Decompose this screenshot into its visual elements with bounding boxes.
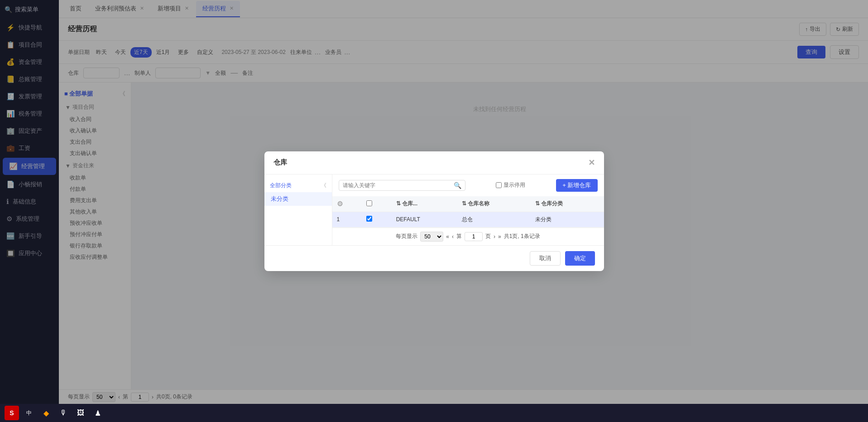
row-id: 1 [332,212,362,227]
confirm-button[interactable]: 确定 [565,251,595,266]
dialog-table-row[interactable]: 1 DEFAULT 总仓 未分类 [332,212,604,227]
dialog-left-item-未分类[interactable]: 未分类 [264,192,332,206]
dialog-overlay[interactable]: 仓库 ✕ 全部分类 《 未分类 🔍 [0,0,868,422]
row-checkbox[interactable] [366,216,372,222]
warehouse-dialog: 仓库 ✕ 全部分类 《 未分类 🔍 [264,151,604,271]
dialog-right: 🔍 显示停用 + 新增仓库 ⚙ [332,175,604,245]
dialog-page-label: 算 [456,233,462,240]
cancel-button[interactable]: 取消 [530,251,561,266]
col-category-header: ⇅ 仓库分类 [531,196,604,212]
dialog-page-size-select[interactable]: 50 100 [420,232,443,242]
taskbar-icon-diamond[interactable]: ◆ [39,406,53,420]
win-taskbar: S 中 ◆ 🎙 🖼 ♟ [0,404,868,422]
dialog-per-page-label: 每页显示 [396,233,417,240]
row-checkbox-cell [362,212,392,227]
dialog-collapse-btn[interactable]: 《 [321,182,326,189]
col-code-label: 仓库... [402,200,417,207]
row-name: 总仓 [457,212,531,227]
dialog-total-label: 共1页, 1条记录 [504,233,540,240]
col-checkbox-header [362,196,392,212]
add-warehouse-button[interactable]: + 新增仓库 [556,179,597,192]
show-disabled-label: 显示停用 [504,181,525,189]
dialog-all-categories[interactable]: 全部分类 [270,182,292,189]
taskbar-icon-game[interactable]: ♟ [91,406,105,420]
show-disabled-checkbox[interactable] [496,182,502,188]
dialog-body: 全部分类 《 未分类 🔍 显示停用 + 新增仓库 [264,175,604,245]
dialog-pagination: 每页显示 50 100 « ‹ 算 页 › » 共1页, 1条记录 [332,228,604,245]
dialog-footer: 取消 确定 [264,245,604,271]
col-category-label: 仓库分类 [541,200,563,207]
dialog-table-wrap: ⚙ ⇅ 仓库... ⇅ 仓库名称 ⇅ 仓库分类 1 DEFAULT 总仓 未分类 [332,196,604,228]
dialog-search-input[interactable] [343,182,452,189]
search-icon: 🔍 [454,182,461,189]
dialog-last-btn[interactable]: » [498,233,501,240]
col-name-label: 仓库名称 [468,200,489,207]
row-code: DEFAULT [392,212,457,227]
dialog-page-suffix: 页 [485,233,491,240]
dialog-header: 仓库 ✕ [264,151,604,175]
dialog-table: ⚙ ⇅ 仓库... ⇅ 仓库名称 ⇅ 仓库分类 1 DEFAULT 总仓 未分类 [332,196,604,228]
col-name-header: ⇅ 仓库名称 [457,196,531,212]
taskbar-icon-mic[interactable]: 🎙 [56,406,71,420]
dialog-prev-btn[interactable]: ‹ [452,233,454,240]
dialog-toolbar: 🔍 显示停用 + 新增仓库 [332,175,604,196]
taskbar-icon-zh[interactable]: 中 [22,406,36,420]
taskbar-icon-img[interactable]: 🖼 [73,406,88,420]
row-category: 未分类 [531,212,604,227]
dialog-page-input[interactable] [465,232,483,241]
col-settings-header: ⚙ [332,196,362,212]
dialog-next-btn[interactable]: › [494,233,495,240]
dialog-search-box: 🔍 [339,180,465,191]
dialog-close-button[interactable]: ✕ [588,158,595,168]
dialog-left-panel: 全部分类 《 未分类 [264,175,332,245]
dialog-first-btn[interactable]: « [446,233,449,240]
taskbar-icons: S 中 ◆ 🎙 🖼 ♟ [5,406,105,420]
taskbar-icon-s[interactable]: S [5,406,19,420]
col-code-header: ⇅ 仓库... [392,196,457,212]
dialog-left-header: 全部分类 《 [264,179,332,192]
select-all-checkbox[interactable] [366,200,372,206]
show-disabled-group: 显示停用 [496,181,525,189]
dialog-title: 仓库 [273,158,287,167]
col-settings-icon[interactable]: ⚙ [337,200,343,208]
